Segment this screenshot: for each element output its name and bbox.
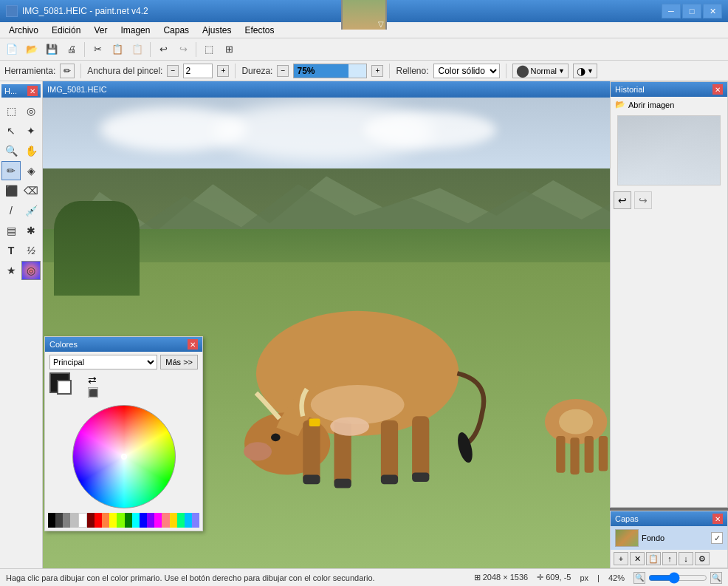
menu-archivo[interactable]: Archivo [3, 24, 44, 37]
delete-layer-button[interactable]: ✕ [630, 552, 645, 565]
color-picker-tool[interactable]: 💉 [21, 201, 41, 220]
fill-tool[interactable]: ◈ [21, 161, 41, 180]
color-wheel[interactable] [72, 405, 176, 508]
menu-capas[interactable]: Capas [157, 24, 195, 37]
gradient-tool[interactable]: ▤ [1, 221, 21, 240]
selection-rect-tool[interactable]: ⬚ [1, 101, 21, 120]
thumbnail[interactable]: ▽ [341, 0, 387, 30]
maximize-button[interactable]: □ [682, 4, 701, 18]
copy-button[interactable]: 📋 [109, 41, 126, 58]
blend-mode-btn[interactable]: ⬤ Normal ▼ [512, 64, 569, 78]
color-effect-tool[interactable]: ◎ [21, 261, 41, 280]
tool-icon[interactable]: ✏ [60, 64, 75, 78]
palette-sky-blue[interactable] [185, 513, 192, 528]
line-tool[interactable]: / [1, 201, 21, 220]
text-tool[interactable]: T [1, 241, 21, 260]
palette-dark-red[interactable] [87, 513, 95, 528]
menu-edicion[interactable]: Edición [46, 24, 86, 37]
magic-wand-tool[interactable]: ✦ [21, 121, 41, 140]
redo-button[interactable]: ↪ [174, 41, 192, 58]
layers-close-button[interactable]: ✕ [712, 514, 723, 524]
palette-dark-gray[interactable] [55, 513, 63, 528]
secondary-color-swatch[interactable] [57, 380, 72, 395]
brush-width-plus[interactable]: + [217, 65, 229, 77]
menu-imagen[interactable]: Imagen [114, 24, 156, 37]
opacity-btn[interactable]: ◑ ▼ [573, 64, 597, 78]
palette-red[interactable] [95, 513, 102, 528]
palette-pink[interactable] [162, 513, 169, 528]
palette-periwinkle[interactable] [192, 513, 199, 528]
selection-ellipse-tool[interactable]: ◎ [21, 101, 41, 120]
reset-colors-button[interactable]: ⬛ [88, 387, 98, 398]
menu-efectos[interactable]: Efectos [238, 24, 280, 37]
palette-green[interactable] [125, 513, 132, 528]
add-layer-button[interactable]: + [614, 552, 628, 565]
toolbar-separator-1 [84, 42, 85, 57]
toolbox-close-button[interactable]: ✕ [27, 86, 38, 96]
color-mode-select[interactable]: Principal Secundario [49, 355, 157, 369]
cut-button[interactable]: ✂ [89, 41, 106, 58]
eraser-tool[interactable]: ⌫ [21, 181, 41, 200]
hardness-minus[interactable]: − [277, 65, 289, 77]
menu-ajustes[interactable]: Ajustes [196, 24, 237, 37]
title-bar: IMG_5081.HEIC - paint.net v4.2 ▽ ─ □ ✕ [0, 0, 728, 22]
palette-purple[interactable] [147, 513, 154, 528]
palette-gold[interactable] [170, 513, 177, 528]
layer-properties-button[interactable]: ⚙ [695, 552, 710, 565]
palette-yellow-green[interactable] [117, 513, 124, 528]
pencil-tool[interactable]: ✏ [1, 161, 21, 180]
brush-width-input[interactable] [183, 64, 213, 78]
minimize-button[interactable]: ─ [662, 4, 681, 18]
paste-button[interactable]: 📋 [128, 41, 146, 58]
palette-mint[interactable] [177, 513, 185, 528]
palette-gray[interactable] [63, 513, 70, 528]
save-button[interactable]: 💾 [43, 41, 61, 58]
history-undo-button[interactable]: ↩ [614, 191, 631, 209]
palette-orange[interactable] [102, 513, 109, 528]
hardness-plus[interactable]: + [371, 65, 383, 77]
close-button[interactable]: ✕ [703, 4, 722, 18]
crop-button[interactable]: ⬚ [200, 41, 218, 58]
options-bar: Herramienta: ✏ Anchura del pincel: − + D… [0, 61, 728, 81]
move-layer-down-button[interactable]: ↓ [679, 552, 693, 565]
move-tool[interactable]: ↖ [1, 121, 21, 140]
history-redo-button[interactable]: ↪ [634, 191, 652, 209]
history-item-open[interactable]: 📂 Abrir imagen [611, 97, 727, 112]
palette-yellow[interactable] [109, 513, 117, 528]
layer-visibility-checkbox[interactable]: ✓ [711, 532, 723, 544]
palette-cyan[interactable] [132, 513, 140, 528]
palette-black[interactable] [48, 513, 55, 528]
move-layer-up-button[interactable]: ↑ [662, 552, 677, 565]
colors-close-button[interactable]: ✕ [188, 339, 198, 350]
hardness-slider[interactable]: 75% [293, 64, 367, 78]
effects-tool[interactable]: ★ [1, 261, 21, 280]
zoom-out-button[interactable]: 🔍 [633, 572, 645, 584]
duplicate-layer-button[interactable]: 📋 [646, 552, 661, 565]
history-title-label: Historial [615, 85, 645, 94]
clone-tool[interactable]: ✱ [21, 221, 41, 240]
palette-light-gray[interactable] [70, 513, 78, 528]
more-colors-button[interactable]: Más >> [160, 355, 198, 369]
undo-button[interactable]: ↩ [154, 41, 172, 58]
zoom-in-button[interactable]: 🔍 [710, 572, 722, 584]
curves-tool[interactable]: ½ [21, 241, 41, 260]
fill-select[interactable]: Color sólido [433, 64, 500, 78]
layer-fondo[interactable]: Fondo ✓ [611, 526, 727, 550]
palette-magenta[interactable] [154, 513, 162, 528]
opt-sep1 [80, 64, 81, 78]
pan-tool[interactable]: ✋ [21, 141, 41, 160]
menu-ver[interactable]: Ver [88, 24, 113, 37]
resize-button[interactable]: ⊞ [220, 41, 238, 58]
switch-colors-button[interactable]: ⇄ [88, 374, 98, 386]
open-button[interactable]: 📂 [23, 41, 41, 58]
layer-thumbnail [615, 529, 639, 547]
print-button[interactable]: 🖨 [63, 41, 80, 58]
new-button[interactable]: 📄 [3, 41, 21, 58]
palette-white[interactable] [78, 513, 87, 528]
zoom-tool[interactable]: 🔍 [1, 141, 21, 160]
brush-width-minus[interactable]: − [167, 65, 179, 77]
shapes-tool[interactable]: ⬛ [1, 181, 21, 200]
palette-blue[interactable] [140, 513, 147, 528]
zoom-slider[interactable] [648, 572, 707, 584]
history-close-button[interactable]: ✕ [712, 84, 723, 95]
